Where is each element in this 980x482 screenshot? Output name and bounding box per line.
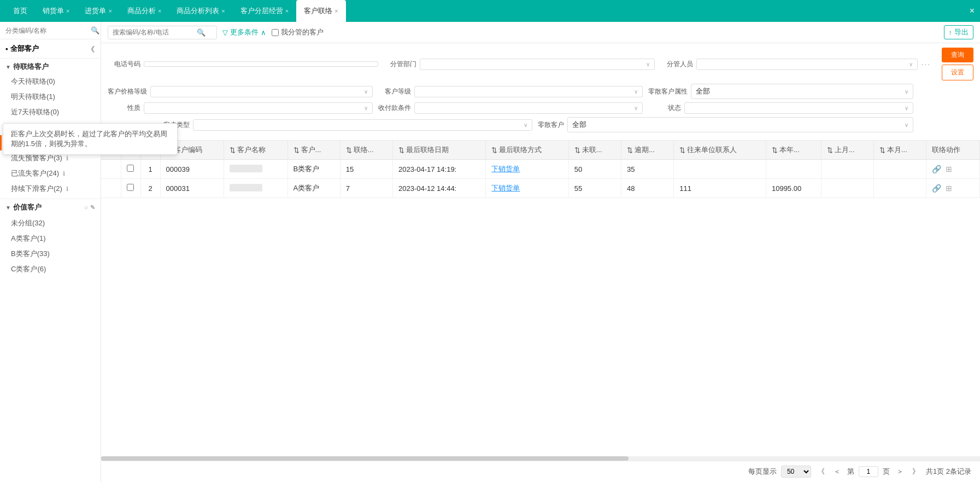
nav-purchase-close[interactable]: × xyxy=(108,8,112,14)
filter-search-input[interactable] xyxy=(113,28,195,36)
price-level-dropdown[interactable]: ∨ xyxy=(150,86,373,97)
close-all-button[interactable]: × xyxy=(970,6,975,16)
sidebar-group-pending-contact[interactable]: ▼ 待联络客户 xyxy=(0,59,101,74)
price-level-arrow-icon: ∨ xyxy=(364,89,368,95)
sidebar-item-class-b[interactable]: B类客户(33) xyxy=(0,246,101,262)
row2-type: A类客户 xyxy=(287,179,340,198)
customer-table: ⚙ ⇅ 客户编码 xyxy=(101,141,980,198)
col-overdue[interactable]: ⇅ 逾期... xyxy=(621,141,673,160)
nav-sales-order[interactable]: 销货单 × xyxy=(35,0,77,22)
nav-product-list-close[interactable]: × xyxy=(221,8,225,14)
row2-grid-icon[interactable]: ⊞ xyxy=(946,184,952,193)
col-customer-name[interactable]: ⇅ 客户名称 xyxy=(224,141,288,160)
tooltip-box: 距客户上次交易时长，超过了此客户的平均交易周期的1.5倍，则视为异常。 xyxy=(101,123,178,155)
query-button[interactable]: 查询 xyxy=(942,48,973,62)
more-filter-label: 更多条件 xyxy=(230,27,259,37)
col-last-contact-method[interactable]: ⇅ 最后联络方式 xyxy=(486,141,568,160)
person-dropdown[interactable]: ∨ xyxy=(696,59,918,70)
filter-search-box[interactable]: 🔍 xyxy=(108,26,217,39)
col-last-month[interactable]: ⇅ 上月... xyxy=(821,141,873,160)
status-dropdown[interactable]: ∨ xyxy=(684,102,913,114)
sidebar-search-icon[interactable]: 🔍 xyxy=(91,26,99,34)
nav-sales-close[interactable]: × xyxy=(66,8,69,14)
nav-product-analysis[interactable]: 商品分析 × xyxy=(120,0,169,22)
col-contact-count[interactable]: ⇅ 联络... xyxy=(340,141,392,160)
col-uncontacted[interactable]: ⇅ 未联... xyxy=(568,141,621,160)
my-customer-checkbox[interactable]: 我分管的客户 xyxy=(272,27,324,37)
sidebar-search-input[interactable] xyxy=(5,27,87,34)
table-row: 1 000039 B类客户 15 xyxy=(101,160,980,179)
filter-row-1: 电话号码 分管部门 ∨ 分管人员 ∨ ··· 查询 xyxy=(108,48,973,80)
col-this-year[interactable]: ⇅ 本年... xyxy=(766,141,821,160)
content-area: 🔍 ▽ 更多条件 ∧ 我分管的客户 ↑ 导出 电话号码 xyxy=(101,22,980,482)
customer-level-dropdown[interactable]: ∨ xyxy=(414,86,643,97)
dept-dropdown[interactable]: ∨ xyxy=(420,59,654,70)
sidebar-collapse-icon[interactable]: ❮ xyxy=(90,45,95,53)
filter-cell-customer-type: 客户类型 ∨ xyxy=(157,119,532,131)
row1-link-icon[interactable]: 🔗 xyxy=(932,165,941,173)
col-contacts-person[interactable]: ⇅ 往来单位联系人 xyxy=(674,141,766,160)
nav-customer-tier[interactable]: 客户分层经营 × xyxy=(233,0,296,22)
row2-select[interactable] xyxy=(127,184,134,191)
horizontal-scrollbar[interactable] xyxy=(101,456,980,461)
phone-label: 电话号码 xyxy=(108,60,140,69)
nav-product-analysis-list[interactable]: 商品分析列表 × xyxy=(169,0,232,22)
row2-link-icon[interactable]: 🔗 xyxy=(932,184,941,193)
sidebar-item-ungrouped[interactable]: 未分组(32) xyxy=(0,216,101,231)
nav-customer-contact-label: 客户联络 xyxy=(304,6,332,16)
sidebar-group-value[interactable]: ▼ 价值客户 ○ ✎ xyxy=(0,199,101,216)
page-number-input[interactable] xyxy=(859,466,878,477)
last-page-button[interactable]: 》 xyxy=(910,466,922,478)
value-group-label: 价值客户 xyxy=(13,202,42,212)
phone-input[interactable] xyxy=(144,61,378,67)
scatter-attr-dropdown[interactable]: 全部∨ xyxy=(691,84,913,99)
table-row: 2 000031 A类客户 7 xyxy=(101,179,980,198)
nav-customer-contact-close[interactable]: × xyxy=(335,8,338,14)
first-page-button[interactable]: 《 xyxy=(815,466,827,478)
col-action: 联络动作 xyxy=(926,141,980,160)
more-filter-button[interactable]: ▽ 更多条件 ∧ xyxy=(222,27,266,37)
row1-select[interactable] xyxy=(127,165,134,172)
scrollbar-thumb[interactable] xyxy=(101,456,629,461)
sidebar-edit-icon[interactable]: ○ xyxy=(84,204,88,211)
my-customer-check[interactable] xyxy=(272,29,279,36)
col-this-month[interactable]: ⇅ 本月... xyxy=(873,141,926,160)
set-button[interactable]: 设置 xyxy=(942,65,973,80)
sidebar-item-class-a[interactable]: A类客户(1) xyxy=(0,231,101,246)
col-method-sort-icon: ⇅ xyxy=(491,146,497,154)
sidebar-settings-icon[interactable]: ✎ xyxy=(90,204,95,211)
scatter-attr-label: 零散客户属性 xyxy=(648,87,688,96)
per-page-select[interactable]: 50 100 200 xyxy=(781,466,811,478)
col-type-sort-icon: ⇅ xyxy=(294,146,300,154)
export-button[interactable]: ↑ 导出 xyxy=(944,25,974,39)
filter-cell-dept: 分管部门 ∨ xyxy=(384,59,654,70)
col-last-contact-date[interactable]: ⇅ 最后联络日期 xyxy=(392,141,485,160)
sidebar-item-tomorrow[interactable]: 明天待联络(1) xyxy=(0,89,101,104)
row1-grid-icon[interactable]: ⊞ xyxy=(946,165,952,173)
customer-type-dropdown[interactable]: ∨ xyxy=(193,119,532,131)
value-group-expand-icon: ▼ xyxy=(5,205,11,211)
nav-home[interactable]: 首页 xyxy=(5,0,35,22)
nature-dropdown[interactable]: ∨ xyxy=(144,102,373,114)
page-label: 第 xyxy=(847,467,854,477)
prev-page-button[interactable]: ＜ xyxy=(831,466,843,478)
nav-customer-contact[interactable]: 客户联络 × xyxy=(296,0,345,22)
sidebar-item-7days[interactable]: 近7天待联络(0) xyxy=(0,104,101,120)
sidebar-item-class-c[interactable]: C类客户(6) xyxy=(0,262,101,277)
col-customer-type[interactable]: ⇅ 客户... xyxy=(287,141,340,160)
col-year-sort-icon: ⇅ xyxy=(772,146,778,154)
sidebar-item-declining[interactable]: 持续下滑客户(2) ℹ xyxy=(0,181,101,196)
more-dots-icon[interactable]: ··· xyxy=(921,60,931,68)
payment-dropdown[interactable]: ∨ xyxy=(414,102,643,114)
nav-customer-tier-close[interactable]: × xyxy=(285,8,289,14)
filter-search-icon[interactable]: 🔍 xyxy=(197,28,206,37)
row1-last-month xyxy=(821,160,873,179)
row1-contact-count: 15 xyxy=(340,160,392,179)
sidebar-item-churned[interactable]: 已流失客户(24) ℹ xyxy=(0,166,101,181)
scatter-dropdown[interactable]: 全部∨ xyxy=(567,117,913,132)
nav-purchase-order[interactable]: 进货单 × xyxy=(77,0,119,22)
next-page-button[interactable]: ＞ xyxy=(894,466,906,478)
sidebar-item-today[interactable]: 今天待联络(0) xyxy=(0,74,101,89)
nav-product-close[interactable]: × xyxy=(158,8,161,14)
filter-cell-price-level: 客户价格等级 ∨ xyxy=(108,86,373,97)
